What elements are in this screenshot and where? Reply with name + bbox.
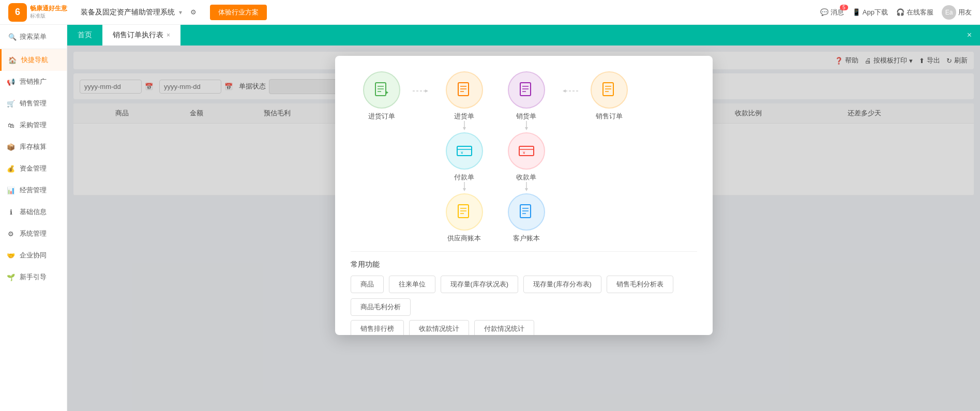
purchase-icon: 🛍 (6, 120, 16, 130)
supplier-ledger-label: 供应商账本 (447, 234, 481, 243)
modal-overlay[interactable]: 进货订单 (67, 45, 980, 411)
nav-tabs: 首页 销售订单执行表 × × (67, 25, 980, 45)
flow-purchase-slip[interactable]: 进货单 (433, 71, 495, 121)
sidebar-item-label: 营销推广 (20, 77, 47, 86)
settings-icon[interactable]: ⚙ (186, 5, 201, 20)
sidebar-item-basic[interactable]: ℹ 基础信息 (0, 201, 67, 223)
system-dropdown-icon[interactable]: ▾ (179, 9, 182, 16)
svg-marker-34 (525, 188, 528, 191)
svg-marker-32 (463, 188, 466, 191)
arrow-h-1 (413, 88, 433, 104)
common-btn-partner[interactable]: 往来单位 (389, 276, 435, 293)
sidebar-item-label: 新手引导 (20, 272, 47, 282)
sidebar-item-purchase[interactable]: 🛍 采购管理 (0, 114, 67, 136)
sales-icon: 🛒 (6, 99, 16, 108)
customer-ledger-label: 客户账本 (513, 234, 540, 243)
purchase-slip-label: 进货单 (454, 112, 474, 121)
basic-icon: ℹ (6, 207, 16, 217)
service-icon: 🎧 (896, 8, 904, 16)
sidebar-item-label: 库存核算 (20, 142, 47, 151)
common-btn-payment-stat[interactable]: 付款情况统计 (474, 320, 534, 335)
online-service-btn[interactable]: 🎧 在线客服 (896, 8, 933, 17)
arrow-v-payment (433, 182, 495, 193)
payment-slip-label: 付款单 (454, 173, 474, 182)
arrow-h-2 (557, 88, 578, 104)
arrow-v-receipt (495, 182, 557, 193)
flow-sales-order[interactable]: 销售订单 (578, 71, 640, 121)
user-menu[interactable]: Ea 用友 (942, 5, 972, 20)
user-avatar: Ea (942, 5, 956, 20)
customer-ledger-icon (508, 193, 545, 231)
flow-modal: 进货订单 (335, 56, 713, 335)
svg-marker-4 (385, 90, 388, 95)
tab-home[interactable]: 首页 (67, 25, 102, 45)
flow-customer-ledger[interactable]: 客户账本 (495, 193, 557, 243)
common-btn-receipt-stat[interactable]: 收款情况统计 (409, 320, 469, 335)
sidebar-item-system[interactable]: ⚙ 系统管理 (0, 223, 67, 245)
svg-rect-25 (457, 146, 472, 156)
svg-marker-22 (463, 127, 466, 130)
message-btn[interactable]: 💬 消息 5 (820, 8, 844, 17)
sidebar-nav: 🏠 快捷导航 📢 营销推广 🛒 销售管理 🛍 采购管理 📦 库存核 (0, 49, 67, 411)
common-btn-goods[interactable]: 商品 (351, 276, 384, 293)
flow-receipt-slip[interactable]: ¥ 收款单 (495, 132, 557, 182)
sidebar-item-label: 销售管理 (20, 99, 47, 108)
common-buttons-row1: 商品 往来单位 现存量(库存状况表) 现存量(库存分布表) 销售毛利分析表 商品… (351, 276, 697, 316)
sidebar-item-marketing[interactable]: 📢 营销推广 (0, 71, 67, 93)
sidebar-item-label: 系统管理 (20, 229, 47, 238)
purchase-slip-icon (446, 71, 483, 109)
sidebar-item-finance[interactable]: 💰 资金管理 (0, 158, 67, 179)
sidebar-search[interactable]: 🔍 搜索菜单 (0, 25, 67, 49)
finance-icon: 💰 (6, 164, 16, 173)
tab-close-icon[interactable]: × (167, 32, 170, 39)
common-btn-sales-rank[interactable]: 销售排行榜 (351, 320, 404, 335)
home-icon: 🏠 (8, 55, 17, 65)
sidebar-search-label: 搜索菜单 (20, 32, 47, 41)
flow-supplier-ledger[interactable]: 供应商账本 (433, 193, 495, 243)
close-all-tabs-btn[interactable]: × (959, 31, 980, 40)
purchase-order-label: 进货订单 (368, 112, 395, 121)
common-btn-sales-profit[interactable]: 销售毛利分析表 (607, 276, 673, 293)
experience-btn[interactable]: 体验行业方案 (210, 5, 267, 20)
sidebar-item-quick-nav[interactable]: 🏠 快捷导航 (0, 49, 67, 71)
download-icon: 📱 (852, 8, 861, 16)
operations-icon: 📊 (6, 186, 16, 195)
sidebar-item-label: 快捷导航 (21, 55, 48, 65)
svg-marker-16 (563, 89, 566, 93)
svg-text:¥: ¥ (522, 150, 525, 155)
svg-text:¥: ¥ (460, 150, 463, 155)
main-content: ❓ 帮助 🖨 按模板打印 ▾ ⬆ 导出 ↻ 刷新 (67, 45, 980, 411)
svg-marker-6 (425, 89, 428, 93)
sidebar-item-sales[interactable]: 🛒 销售管理 (0, 93, 67, 114)
system-name: 装备及固定资产辅助管理系统 (81, 8, 175, 17)
common-buttons-row2: 销售排行榜 收款情况统计 付款情况统计 (351, 320, 697, 335)
newbie-icon: 🌱 (6, 272, 16, 282)
sidebar-item-label: 企业协同 (20, 251, 47, 260)
sidebar-item-operations[interactable]: 📊 经营管理 (0, 179, 67, 201)
flow-payment-slip[interactable]: ¥ 付款单 (433, 132, 495, 182)
enterprise-icon: 🤝 (6, 251, 16, 260)
common-btn-stock-dist[interactable]: 现存量(库存分布表) (523, 276, 601, 293)
common-functions: 常用功能 商品 往来单位 现存量(库存状况表) 现存量(库存分布表) 销售毛利分… (351, 251, 697, 335)
app-logo-icon: 6 (8, 3, 27, 22)
payment-slip-icon: ¥ (446, 132, 483, 170)
sales-slip-label: 销货单 (516, 112, 536, 121)
flow-purchase-order[interactable]: 进货订单 (351, 71, 413, 121)
receipt-slip-icon: ¥ (508, 132, 545, 170)
sidebar-item-label: 基础信息 (20, 207, 47, 217)
sidebar-item-newbie[interactable]: 🌱 新手引导 (0, 266, 67, 288)
purchase-order-icon (363, 71, 400, 109)
flow-sales-slip[interactable]: 销货单 (495, 71, 557, 121)
inventory-icon: 📦 (6, 142, 16, 151)
supplier-ledger-icon (446, 193, 483, 231)
tab-sales-order[interactable]: 销售订单执行表 × (102, 25, 180, 45)
receipt-slip-label: 收款单 (516, 173, 536, 182)
sidebar-item-inventory[interactable]: 📦 库存核算 (0, 136, 67, 158)
sidebar-item-enterprise[interactable]: 🤝 企业协同 (0, 245, 67, 266)
common-btn-goods-profit[interactable]: 商品毛利分析 (351, 298, 411, 316)
sidebar-item-label: 采购管理 (20, 120, 47, 130)
tab-sales-order-label: 销售订单执行表 (113, 31, 163, 40)
marketing-icon: 📢 (6, 77, 16, 86)
common-btn-stock-status[interactable]: 现存量(库存状况表) (441, 276, 519, 293)
app-download-btn[interactable]: 📱 App下载 (852, 8, 888, 17)
